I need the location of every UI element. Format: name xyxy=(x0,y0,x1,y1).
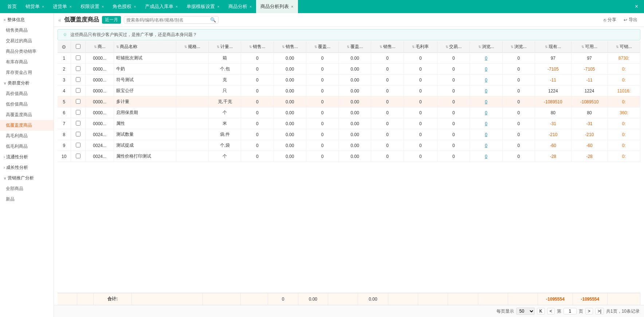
nav-goods-analysis[interactable]: 商品分析 × xyxy=(224,0,256,13)
row-browse1[interactable]: 0 xyxy=(470,86,502,96)
row-checkbox[interactable] xyxy=(71,86,86,96)
row-browse1[interactable]: 0 xyxy=(470,140,502,151)
row-select-checkbox[interactable] xyxy=(76,99,80,104)
search-box: 🔍 xyxy=(124,16,219,24)
row-checkbox[interactable] xyxy=(71,140,86,151)
sidebar-section-category-analysis[interactable]: ∨ 类群度分析 xyxy=(0,78,54,88)
nav-close-permission[interactable]: × xyxy=(102,4,104,9)
period-button[interactable]: 近一月 xyxy=(102,16,121,24)
first-page-button[interactable]: K xyxy=(537,308,545,314)
sidebar-item-low-margin[interactable]: 低毛利商品 xyxy=(0,141,54,152)
col-current-header[interactable]: ⇅现有... xyxy=(535,41,571,53)
nav-close-product-stock[interactable]: × xyxy=(176,4,178,9)
row-browse1[interactable]: 0 xyxy=(470,118,502,129)
sidebar-item-low-coverage[interactable]: 低覆盖度商品 xyxy=(0,120,54,131)
row-browse1[interactable]: 0 xyxy=(470,53,502,64)
row-browse1[interactable]: 0 xyxy=(470,96,502,107)
nav-close-purchase[interactable]: × xyxy=(69,4,71,9)
sidebar-item-traded-goods[interactable]: 交易过的商品 xyxy=(0,36,54,46)
sidebar-item-high-value[interactable]: 高价值商品 xyxy=(0,88,54,99)
row-select-checkbox[interactable] xyxy=(76,143,80,147)
row-select-checkbox[interactable] xyxy=(76,121,80,126)
sidebar-section-flow[interactable]: › 流通性分析 xyxy=(0,152,54,162)
nav-product-stock[interactable]: 产成品入库单 × xyxy=(141,0,182,13)
nav-goods-analysis-list[interactable]: 商品分析列表 × xyxy=(256,0,298,13)
row-unit: 个 xyxy=(209,107,241,118)
select-all-checkbox[interactable] xyxy=(76,44,80,49)
row-browse1[interactable]: 0 xyxy=(470,129,502,140)
row-select-checkbox[interactable] xyxy=(76,110,80,115)
sidebar-item-stock-capital[interactable]: 库存资金占用 xyxy=(0,67,54,78)
col-browse2-header[interactable]: ⇅浏览... xyxy=(502,41,535,53)
row-browse1[interactable]: 0 xyxy=(470,64,502,75)
col-unit-header[interactable]: ⇅计量... xyxy=(209,41,241,53)
nav-role[interactable]: 角色授权 × xyxy=(108,0,140,13)
nav-permission[interactable]: 权限设置 × xyxy=(76,0,108,13)
col-settings[interactable]: ⚙ xyxy=(58,41,71,53)
sidebar-item-all-goods[interactable]: 全部商品 xyxy=(0,183,54,194)
col-cov1-header[interactable]: ⇅覆盖... xyxy=(306,41,338,53)
col-sales-qty-header[interactable]: ⇅销售... xyxy=(241,41,274,53)
col-browse1-header[interactable]: ⇅浏览... xyxy=(470,41,502,53)
col-sales-amt-header[interactable]: ⇅销售... xyxy=(274,41,306,53)
sidebar-section-overall[interactable]: « 整体信息 xyxy=(0,15,54,25)
row-select-checkbox[interactable] xyxy=(76,77,80,82)
page-input[interactable] xyxy=(564,308,577,314)
nav-sales[interactable]: 销货单 × xyxy=(21,0,48,13)
sidebar-item-low-value[interactable]: 低价值商品 xyxy=(0,99,54,110)
col-sales3-header[interactable]: ⇅销售... xyxy=(371,41,404,53)
last-page-button[interactable]: >| xyxy=(595,308,604,314)
sidebar-section-marketing[interactable]: ∨ 营销推广分析 xyxy=(0,173,54,183)
nav-close-template[interactable]: × xyxy=(217,4,219,9)
export-button[interactable]: ↩ 导出 xyxy=(621,16,640,24)
prev-page-button[interactable]: < xyxy=(547,308,555,314)
sidebar-collapse-button[interactable]: « xyxy=(58,17,61,23)
col-code-header[interactable]: ⇅商... xyxy=(86,41,114,53)
col-trans-header[interactable]: ⇅交易... xyxy=(437,41,470,53)
search-input[interactable] xyxy=(126,17,210,23)
row-browse1[interactable]: 0 xyxy=(470,75,502,86)
row-saleable: 11016: xyxy=(608,86,640,96)
row-checkbox[interactable] xyxy=(71,64,86,75)
nav-close-role[interactable]: × xyxy=(134,4,136,9)
row-checkbox[interactable] xyxy=(71,96,86,107)
row-sales-amt: 0.00 xyxy=(274,118,306,129)
page-size-select[interactable]: 50 10 20 100 xyxy=(516,308,535,315)
row-name: 测试数量 xyxy=(114,129,176,140)
sidebar-item-new-goods[interactable]: 新品 xyxy=(0,194,54,205)
row-checkbox[interactable] xyxy=(71,107,86,118)
next-page-button[interactable]: > xyxy=(585,308,593,314)
nav-purchase[interactable]: 进货单 × xyxy=(48,0,76,13)
nav-template[interactable]: 单据模板设置 × xyxy=(182,0,224,13)
nav-close-goods-analysis[interactable]: × xyxy=(250,4,252,9)
sidebar-item-sales-goods[interactable]: 销售类商品 xyxy=(0,25,54,36)
row-checkbox[interactable] xyxy=(71,53,86,64)
row-select-checkbox[interactable] xyxy=(76,88,80,93)
row-checkbox[interactable] xyxy=(71,75,86,86)
row-checkbox[interactable] xyxy=(71,151,86,162)
row-select-checkbox[interactable] xyxy=(76,55,80,60)
row-checkbox[interactable] xyxy=(71,118,86,129)
share-button[interactable]: ⎋ 分享 xyxy=(601,16,619,24)
row-browse1[interactable]: 0 xyxy=(470,107,502,118)
nav-close-sales[interactable]: × xyxy=(42,4,44,9)
nav-close-goods-analysis-list[interactable]: × xyxy=(291,4,293,9)
sidebar-item-in-stock[interactable]: 有库存商品 xyxy=(0,57,54,67)
sidebar-item-category-rate[interactable]: 商品分类动销率 xyxy=(0,46,54,57)
col-saleable-header[interactable]: ⇅可销... xyxy=(608,41,640,53)
sidebar-section-growth[interactable]: › 成长性分析 xyxy=(0,162,54,173)
sidebar-item-high-coverage[interactable]: 高覆盖度商品 xyxy=(0,110,54,120)
row-select-checkbox[interactable] xyxy=(76,132,80,136)
row-checkbox[interactable] xyxy=(71,129,86,140)
row-browse1[interactable]: 0 xyxy=(470,151,502,162)
col-usable-header[interactable]: ⇅可用... xyxy=(571,41,608,53)
col-gross-header[interactable]: ⇅毛利率 xyxy=(404,41,437,53)
col-spec-header[interactable]: ⇅规格... xyxy=(176,41,208,53)
row-select-checkbox[interactable] xyxy=(76,154,80,158)
row-select-checkbox[interactable] xyxy=(76,66,80,71)
col-name-header[interactable]: ⇅商品名称 xyxy=(114,41,176,53)
app-close-button[interactable]: × xyxy=(632,3,641,10)
col-cov2-header[interactable]: ⇅覆盖... xyxy=(339,41,371,53)
nav-home[interactable]: 首页 xyxy=(3,0,21,13)
sidebar-item-high-margin[interactable]: 高毛利商品 xyxy=(0,131,54,141)
